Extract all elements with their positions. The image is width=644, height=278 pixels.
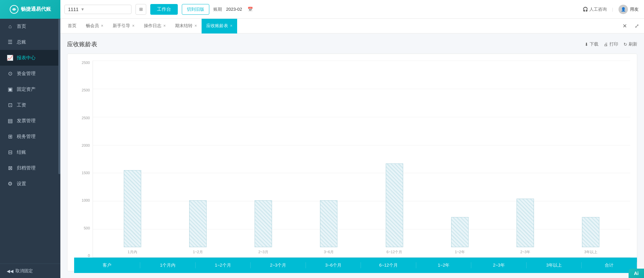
bar-group-2-3y <box>517 199 534 247</box>
tab-period-close[interactable]: 期末结转 × <box>170 19 202 33</box>
tab-member[interactable]: 畅会员 × <box>81 19 108 33</box>
top-header: 畅捷通易代账 1111 ▼ ⊞ 工作台 切到旧版 账期 2023-02 📅 🎧 … <box>0 0 644 19</box>
sidebar-item-invoice[interactable]: ▤ 发票管理 <box>0 113 60 129</box>
sidebar-item-home[interactable]: ⌂ 首页 <box>0 19 60 34</box>
tab-member-close[interactable]: × <box>101 23 103 28</box>
tab-oplog-close[interactable]: × <box>163 23 166 28</box>
main-layout: ⌂ 首页 ☰ 总账 📈 报表中心 ⊙ 资金管理 ▣ 固定资产 ⊡ 工资 ▤ 发票… <box>0 19 644 278</box>
th-1-2m: 1~2个月 <box>196 262 251 268</box>
sidebar-item-ledger[interactable]: ☰ 总账 <box>0 34 60 50</box>
chart-inner: 2500 2500 2500 2000 1500 1000 500 0 <box>81 61 630 258</box>
cancel-fixed-button[interactable]: ◀◀ 取消固定 <box>0 264 60 278</box>
tab-guide-close[interactable]: × <box>132 23 135 28</box>
switch-version-button[interactable]: 切到旧版 <box>182 4 209 15</box>
bar-group-1m <box>124 170 141 247</box>
download-label: 下载 <box>590 41 598 47</box>
sidebar-scrollbar[interactable] <box>58 19 60 174</box>
ai-label: Ai <box>634 271 639 276</box>
settle-icon: ⊟ <box>7 149 13 155</box>
company-selector[interactable]: 1111 ▼ <box>64 5 131 14</box>
print-label: 打印 <box>609 41 618 47</box>
calendar-icon[interactable]: 📅 <box>248 7 253 12</box>
ledger-icon: ☰ <box>7 39 13 45</box>
reports-icon: 📈 <box>7 55 13 61</box>
sidebar-item-assets[interactable]: ▣ 固定资产 <box>0 81 60 97</box>
y-label-2500c: 2500 <box>82 116 90 120</box>
bar-1m <box>124 170 141 247</box>
bars-container <box>100 61 624 247</box>
sidebar-item-archive[interactable]: ⊠ 归档管理 <box>0 160 60 176</box>
sidebar-label-home: 首页 <box>17 23 26 29</box>
tab-aging-label: 应收账龄表 <box>206 23 228 29</box>
sidebar-item-settle[interactable]: ⊟ 结账 <box>0 144 60 160</box>
user-name: 用友 <box>630 6 639 12</box>
bar-group-1-2m <box>189 200 207 247</box>
th-6-12m: 6~12个月 <box>361 262 416 268</box>
chart-container: 2500 2500 2500 2000 1500 1000 500 0 <box>67 54 637 271</box>
sidebar: ⌂ 首页 ☰ 总账 📈 报表中心 ⊙ 资金管理 ▣ 固定资产 ⊡ 工资 ▤ 发票… <box>0 19 60 278</box>
th-1-2y: 1~2年 <box>416 262 472 268</box>
bar-6-12m <box>386 163 403 247</box>
workbench-button[interactable]: 工作台 <box>150 4 178 15</box>
refresh-icon: ↻ <box>624 42 627 47</box>
support-label: 人工咨询 <box>589 6 607 12</box>
sidebar-label-assets: 固定资产 <box>17 86 36 92</box>
x-label-2-3m: 2~3月 <box>253 250 273 255</box>
print-icon: 🖨 <box>604 42 608 47</box>
sidebar-label-invoice: 发票管理 <box>17 118 36 124</box>
archive-icon: ⊠ <box>7 165 13 171</box>
settings-icon: ⚙ <box>7 181 13 187</box>
page-header: 应收账龄表 ⬇ 下载 🖨 打印 ↻ 刷新 <box>67 40 637 48</box>
tab-guide[interactable]: 新手引导 × <box>108 19 139 33</box>
refresh-label: 刷新 <box>629 41 637 47</box>
download-icon: ⬇ <box>585 42 588 47</box>
copy-button[interactable]: ⊞ <box>136 4 146 15</box>
sidebar-label-archive: 归档管理 <box>17 165 36 171</box>
tab-member-label: 畅会员 <box>86 23 99 29</box>
bar-group-2-3m <box>255 200 272 247</box>
support-button[interactable]: 🎧 人工咨询 <box>583 6 607 12</box>
expand-tab-button[interactable]: ⤢ <box>632 21 641 31</box>
tab-oplog[interactable]: 操作日志 × <box>139 19 170 33</box>
y-label-2000: 2000 <box>82 143 90 147</box>
x-label-3y: 3年以上 <box>581 250 601 255</box>
download-button[interactable]: ⬇ 下载 <box>585 41 598 47</box>
bar-1-2y <box>451 217 469 247</box>
x-labels: 1月内 1~2月 2~3月 3~6月 6~12个月 1~2年 2~3年 3年以上 <box>100 250 624 255</box>
chart-body: 1月内 1~2月 2~3月 3~6月 6~12个月 1~2年 2~3年 3年以上 <box>93 61 630 258</box>
logo-text: 畅捷通易代账 <box>21 6 51 12</box>
chevron-down-icon: ▼ <box>80 7 85 12</box>
divider: | <box>612 7 613 12</box>
close-tab-button[interactable]: ✕ <box>620 21 629 31</box>
period-label: 账期 <box>213 6 222 12</box>
user-area[interactable]: 👤 用友 <box>619 5 639 14</box>
print-button[interactable]: 🖨 打印 <box>604 41 618 47</box>
ai-badge[interactable]: Ai <box>629 269 644 278</box>
sidebar-label-settings: 设置 <box>17 181 26 187</box>
refresh-button[interactable]: ↻ 刷新 <box>624 41 637 47</box>
cancel-fixed-label: 取消固定 <box>15 268 33 274</box>
pin-icon: ◀◀ <box>7 269 13 274</box>
sidebar-item-reports[interactable]: 📈 报表中心 <box>0 50 60 66</box>
sidebar-label-ledger: 总账 <box>17 39 26 45</box>
logo-area: 畅捷通易代账 <box>0 0 60 19</box>
sidebar-item-tax[interactable]: ⊞ 税务管理 <box>0 129 60 144</box>
tab-aging[interactable]: 应收账龄表 × <box>202 19 237 33</box>
th-1m: 1个月内 <box>140 262 196 268</box>
tab-home-label: 首页 <box>68 23 76 29</box>
tab-oplog-label: 操作日志 <box>144 23 161 29</box>
page-content: 应收账龄表 ⬇ 下载 🖨 打印 ↻ 刷新 <box>60 33 644 278</box>
tab-home[interactable]: 首页 <box>63 19 81 33</box>
payroll-icon: ⊡ <box>7 102 13 108</box>
sidebar-item-settings[interactable]: ⚙ 设置 <box>0 176 60 192</box>
table-header: 客户 1个月内 1~2个月 2~3个月 3~6个月 6~12个月 1~2年 2~… <box>74 258 637 273</box>
th-3y: 3年以上 <box>527 262 582 268</box>
sidebar-item-payroll[interactable]: ⊡ 工资 <box>0 97 60 113</box>
tab-period-close-close[interactable]: × <box>195 23 197 28</box>
sidebar-label-funds: 资金管理 <box>17 71 36 77</box>
period-value: 2023-02 <box>226 7 242 12</box>
assets-icon: ▣ <box>7 86 13 92</box>
tabs-bar: 首页 畅会员 × 新手引导 × 操作日志 × 期末结转 × 应收账龄表 × <box>60 19 644 33</box>
tab-aging-close[interactable]: × <box>230 23 232 28</box>
sidebar-item-funds[interactable]: ⊙ 资金管理 <box>0 66 60 81</box>
